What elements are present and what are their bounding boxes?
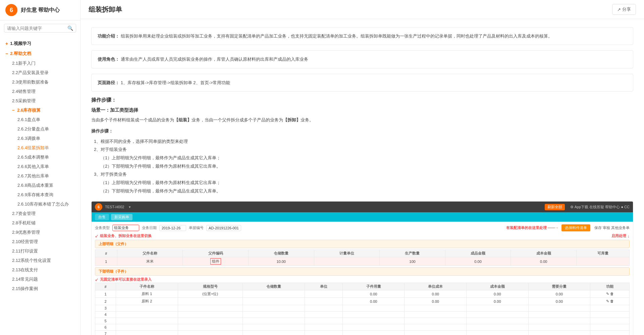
page-title: 组装拆卸单 [89, 5, 122, 14]
lower-row-1: 1原料 1 (位置+位) 0.000.000.000.00✎ 🗑 [95, 290, 630, 298]
teal-topbar: 自售 新采购单 [92, 212, 633, 222]
func-intro-label: 功能介绍： [98, 34, 119, 39]
sidebar-item-263[interactable]: 2.6.3调拨单 [0, 134, 80, 143]
ops-steps-label: 操作步骤： [91, 127, 633, 135]
lcol-spec: 规格型号 [178, 283, 243, 290]
minus-icon-small: − [12, 108, 15, 113]
step3-2: （2）下部明细为子件明细，最终作为产成品生成其它入库单。 [101, 187, 633, 196]
cell-raw2-name: 原料 2 [116, 298, 178, 305]
step2-1: （1）上部明细为父件明细，最终作为产成品生成其它入库单； [101, 154, 633, 162]
sidebar-item-261[interactable]: 2.6.1盘点单 [0, 115, 80, 124]
sidebar-item-213[interactable]: 2.13在线支付 [0, 265, 80, 275]
sidebar-item-docs[interactable]: − 2.帮助文档 [0, 49, 80, 59]
annotation-4: 无固定清单可以直接在这里录入 [100, 277, 152, 282]
date-field[interactable]: 2019-12-26 [159, 225, 186, 231]
lower-table: # 子件名称 规格型号 仓储数量 单位 子件用量 单位成本 成本金额 需要分量 … [95, 283, 630, 335]
step3: 3、对于拆类业务 [94, 170, 633, 179]
search-icon[interactable]: 🔍 [67, 25, 73, 31]
sidebar-item-purchase[interactable]: 2.5采购管理 [0, 96, 80, 106]
plus-icon: + [5, 41, 8, 46]
sidebar-item-sales[interactable]: 2.4销售管理 [0, 87, 80, 96]
logo-icon: 6 [5, 4, 17, 16]
col-unit: 计量单位 [314, 250, 380, 257]
lower-row-6: 6 [95, 324, 630, 331]
app-screenshot: 6 TEST-H002 ▾ 刷新全部 ⚙ App下载 在线答疑 帮助中心 ● C… [92, 202, 633, 335]
sidebar-item-215[interactable]: 2.15操作案例 [0, 284, 80, 293]
app-refresh-btn[interactable]: 刷新全部 [545, 204, 565, 210]
upper-table-header-row: # 父件名称 父件编码 仓储数量 计量单位 生产数量 成品金额 成本金额 可库量 [95, 250, 630, 257]
sidebar-item-266[interactable]: 2.6.6其他入库单 [0, 162, 80, 171]
role-box: 使用角色： 通常由生产人员或库管人员完成拆装业务的操作，库管人员确认原材料的出库… [91, 50, 633, 68]
sidebar-item-newbie[interactable]: 2.1新手入门 [0, 59, 80, 68]
col-stock-qty: 仓储数量 [248, 250, 314, 257]
lower-row-2: 2原料 2 0.000.000.000.00✎ 🗑 [95, 298, 630, 305]
lcol-stock: 仓储数量 [243, 283, 305, 290]
lcol-child-name: 子件名称 [116, 283, 178, 290]
sidebar-item-install[interactable]: 2.2产品安装及登录 [0, 68, 80, 77]
tab-zishou[interactable]: 自售 [95, 214, 109, 220]
annotation-row-4: ↙ 无固定清单可以直接在这里录入 [95, 277, 630, 282]
share-button[interactable]: ↗ 分享 [612, 4, 636, 15]
sidebar-item-27[interactable]: 2.7资金管理 [0, 209, 80, 218]
cell-cost: 0.00 [511, 257, 577, 266]
form-row-1: 业务类型 组装业务 业务日期 2019-12-26 单据编号 AD-201912… [95, 224, 630, 231]
col-avail: 可库量 [577, 250, 630, 257]
sidebar-item-268[interactable]: 2.6.8商品成本重算 [0, 181, 80, 190]
app-topbar-id: TEST-H002 [105, 205, 124, 209]
upper-section-header: 上部明细（父件） [95, 240, 630, 248]
nav-tree: + 1.视频学习 − 2.帮助文档 2.1新手入门 2.2产品安装及登录 2.3… [0, 36, 80, 335]
upper-table-row: 1 米米 组件 10.00 100 0.00 0.00 [95, 257, 630, 266]
sidebar-item-210[interactable]: 2.10经营管理 [0, 237, 80, 246]
lcol-action: 功能 [590, 283, 630, 290]
scenario1-desc: 当由多个子件材料组装成一个成品的业务为【组装】业务，当由一个父件拆分成多个子产品… [91, 116, 633, 124]
sidebar-item-29[interactable]: 2.9优惠券管理 [0, 228, 80, 237]
sidebar-item-269[interactable]: 2.6.9库存账本查询 [0, 190, 80, 200]
sidebar-item-264[interactable]: 2.6.4组装拆卸单 [0, 143, 80, 153]
cell-raw1-name: 原料 1 [116, 290, 178, 298]
cell-prod: 100 [380, 257, 445, 266]
sidebar-item-211[interactable]: 2.11打印设置 [0, 246, 80, 256]
app-logo-small: 6 [95, 203, 102, 211]
step2: 2、对于组装业务 [94, 146, 633, 154]
order-field[interactable]: AD-20191226-001 [206, 225, 241, 231]
role-text: 通常由生产人员或库管人员完成拆装业务的操作，库管人员确认原材料的出库和产成品的入… [121, 57, 308, 62]
search-input[interactable] [7, 26, 67, 31]
sidebar-item-265[interactable]: 2.6.5成本调整单 [0, 153, 80, 162]
lcol-cost-amt: 成本金额 [467, 283, 529, 290]
cell-stock: 10.00 [248, 257, 314, 266]
lower-row-4: 4 [95, 312, 630, 318]
type-field[interactable]: 组装业务 [112, 225, 139, 231]
upper-table: # 父件名称 父件编码 仓储数量 计量单位 生产数量 成品金额 成本金额 可库量 [95, 249, 630, 266]
sidebar-item-label: 2.6库存核算 [17, 108, 41, 113]
lcol-usage: 子件用量 [342, 283, 405, 290]
func-intro-box: 功能介绍： 组装拆卸单用来处理企业组装或拆卸等加工业务，支持有固定装配清单的产品… [91, 27, 633, 45]
select-bom-btn[interactable]: 选择料件清单 [561, 224, 590, 231]
sidebar-item-data-prep[interactable]: 2.3使用前数据准备 [0, 77, 80, 87]
lcol-unit-cost: 单位成本 [405, 283, 467, 290]
path-label: 页面路径： [98, 80, 119, 85]
annotation-2: 组装业务、拆卸业务在这里切换 [100, 233, 152, 238]
form-area: 业务类型 组装业务 业务日期 2019-12-26 单据编号 AD-201912… [92, 222, 633, 335]
sidebar-item-28[interactable]: 2.8手机旺铺 [0, 218, 80, 228]
role-label: 使用角色： [98, 57, 119, 62]
cell-seq: 1 [95, 257, 117, 266]
sidebar-item-212[interactable]: 2.12系统个性化设置 [0, 256, 80, 265]
lower-section-header: 下部明细（子件） [95, 267, 630, 276]
sidebar-item-267[interactable]: 2.6.7其他出库单 [0, 171, 80, 181]
col-prod-qty: 生产数量 [380, 250, 445, 257]
sidebar-item-214[interactable]: 2.14常见问题 [0, 275, 80, 284]
arrow-up-left: ↙ [95, 233, 99, 238]
lcol-seq: # [95, 283, 116, 290]
cell-raw1-spec: (位置+位) [178, 290, 243, 298]
cell-unit [314, 257, 380, 266]
annotation-3: 启用处理 [611, 233, 626, 238]
path-text: 1、库存核算->库存管理->组装拆卸单 2、首页->常用功能 [121, 80, 230, 85]
search-box[interactable]: 🔍 [4, 24, 76, 33]
sidebar-item-video[interactable]: + 1.视频学习 [0, 39, 80, 49]
sidebar-item-262[interactable]: 2.6.2分量盘点单 [0, 124, 80, 134]
type-label: 业务类型 [95, 225, 110, 230]
tab-new-purchase[interactable]: 新采购单 [111, 214, 132, 220]
arrow-down: ↓ [628, 233, 630, 238]
sidebar-item-2610[interactable]: 2.6.10库存账本错了怎么办 [0, 200, 80, 209]
sidebar-item-inventory[interactable]: − 2.6库存核算 [0, 106, 80, 115]
